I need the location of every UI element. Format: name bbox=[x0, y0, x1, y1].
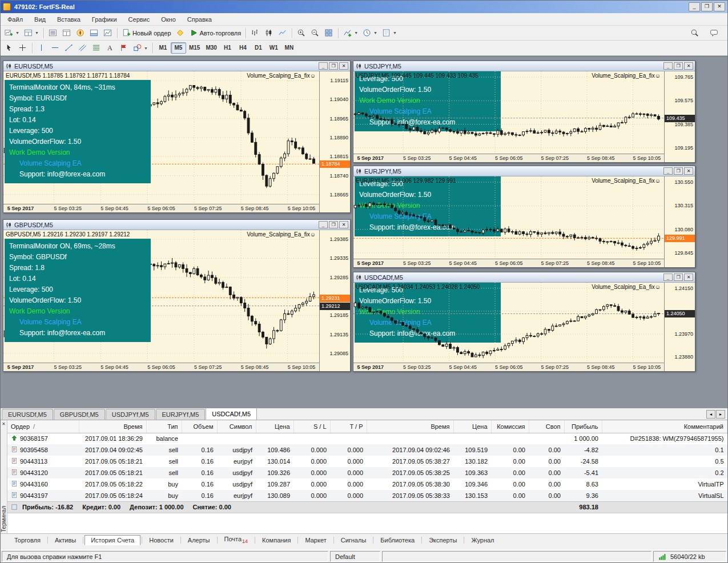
column-header-3[interactable]: Объем bbox=[182, 420, 217, 433]
menu-item-view[interactable]: Вид bbox=[29, 14, 51, 25]
history-row[interactable]: 904431202017.09.05 05:18:21sell0.16usdjp… bbox=[7, 467, 727, 478]
menu-item-window[interactable]: Окно bbox=[155, 14, 182, 25]
new-order-button[interactable]: Новый ордер bbox=[120, 27, 174, 39]
timeframe-h4-button[interactable]: H4 bbox=[235, 42, 251, 54]
maximize-button[interactable]: ❐ bbox=[701, 2, 713, 11]
window-tab-eurusdf-m5[interactable]: EURUSDf,M5 bbox=[2, 409, 53, 420]
search-button[interactable] bbox=[688, 27, 702, 39]
menu-item-service[interactable]: Сервис bbox=[123, 14, 156, 25]
channel-tool-button[interactable] bbox=[76, 42, 90, 54]
chart-close-button[interactable]: ✕ bbox=[684, 62, 693, 70]
terminal-tab-10[interactable]: Эксперты bbox=[423, 535, 462, 545]
chart-title-bar[interactable]: USDJPYf,M5 _ ❐ ✕ bbox=[353, 61, 695, 71]
column-header-13[interactable]: Комментарий bbox=[602, 420, 727, 433]
bar-chart-mode-button[interactable] bbox=[248, 27, 262, 39]
chart-minimize-button[interactable]: _ bbox=[663, 167, 673, 175]
chart-plot-area[interactable]: TerminalMonitor ON, 84ms, ~31msSymbol: E… bbox=[3, 71, 319, 204]
terminal-tab-8[interactable]: Сигналы bbox=[335, 535, 372, 545]
zoom-out-button[interactable] bbox=[308, 27, 322, 39]
history-row[interactable]: 904431602017.09.05 05:18:22buy0.16usdjpy… bbox=[7, 478, 727, 490]
timeframe-d1-button[interactable]: D1 bbox=[251, 42, 266, 54]
zoom-in-button[interactable] bbox=[295, 27, 308, 39]
timeframe-mn-button[interactable]: MN bbox=[281, 42, 297, 54]
chart-title-bar[interactable]: GBPUSDf,M5 _ ❐ ✕ bbox=[3, 220, 350, 230]
history-row[interactable]: 903681572017.09.01 18:36:29balance1 000.… bbox=[7, 433, 727, 444]
strategy-tester-button[interactable] bbox=[101, 27, 115, 39]
vertical-line-tool-button[interactable] bbox=[35, 42, 49, 54]
timeframe-h1-button[interactable]: H1 bbox=[220, 42, 235, 54]
horizontal-line-tool-button[interactable] bbox=[49, 42, 62, 54]
terminal-close-icon[interactable]: ✕ bbox=[2, 421, 6, 427]
candlestick-mode-button[interactable] bbox=[262, 27, 276, 39]
chart-close-button[interactable]: ✕ bbox=[339, 62, 348, 70]
trendline-tool-button[interactable] bbox=[62, 42, 76, 54]
tile-windows-button[interactable] bbox=[322, 27, 336, 39]
metaeditor-button[interactable] bbox=[174, 27, 187, 39]
terminal-tab-6[interactable]: Компания bbox=[256, 535, 296, 545]
timeframe-m5-button[interactable]: M5 bbox=[171, 42, 186, 54]
timeframe-w1-button[interactable]: W1 bbox=[266, 42, 281, 54]
cursor-tool-button[interactable] bbox=[2, 42, 16, 54]
history-row[interactable]: 903954582017.09.04 09:02:45sell0.16usdjp… bbox=[7, 444, 727, 456]
terminal-tab-11[interactable]: Журнал bbox=[465, 535, 500, 545]
column-header-0[interactable]: Ордер/ bbox=[7, 420, 79, 433]
navigator-button[interactable] bbox=[74, 27, 87, 39]
terminal-tab-3[interactable]: Новости bbox=[143, 535, 179, 545]
text-tool-button[interactable]: A bbox=[103, 42, 117, 54]
column-header-8[interactable]: Время bbox=[367, 420, 453, 433]
menu-item-charts[interactable]: Графики bbox=[86, 14, 123, 25]
chart-maximize-button[interactable]: ❐ bbox=[674, 274, 683, 281]
chat-button[interactable] bbox=[707, 27, 721, 39]
chart-maximize-button[interactable]: ❐ bbox=[674, 167, 683, 175]
minimize-button[interactable]: _ bbox=[689, 2, 700, 11]
column-header-4[interactable]: Символ bbox=[217, 420, 256, 433]
chart-plot-area[interactable]: Leverage: 500VolumeOrderFlow: 1.50Work D… bbox=[353, 283, 664, 363]
column-header-5[interactable]: Цена bbox=[256, 420, 293, 433]
column-header-12[interactable]: Прибыль bbox=[564, 420, 602, 433]
chart-minimize-button[interactable]: _ bbox=[319, 62, 328, 70]
chart-close-button[interactable]: ✕ bbox=[684, 167, 693, 175]
tab-scroll-left-icon[interactable]: ◄ bbox=[706, 410, 715, 419]
chart-plot-area[interactable]: Leverage: 500VolumeOrderFlow: 1.50Work D… bbox=[353, 71, 664, 154]
status-profile[interactable]: Default bbox=[330, 551, 380, 562]
column-header-9[interactable]: Цена bbox=[453, 420, 491, 433]
market-watch-button[interactable] bbox=[46, 27, 60, 39]
history-row[interactable]: 904431972017.09.05 05:18:24buy0.16eurjpy… bbox=[7, 490, 727, 501]
terminal-tab-7[interactable]: Маркет bbox=[299, 535, 332, 545]
terminal-tab-5[interactable]: Почта14 bbox=[219, 534, 254, 546]
window-tab-usdjpyf-m5[interactable]: USDJPYf,M5 bbox=[106, 409, 155, 420]
chart-close-button[interactable]: ✕ bbox=[339, 221, 348, 228]
chart-title-bar[interactable]: EURJPYf,M5 _ ❐ ✕ bbox=[353, 166, 695, 176]
window-tab-usdcadf-m5[interactable]: USDCADf,M5 bbox=[206, 408, 257, 420]
chart-maximize-button[interactable]: ❐ bbox=[674, 62, 683, 70]
terminal-tab-1[interactable]: Активы bbox=[49, 535, 82, 545]
periods-button[interactable]: ▼ bbox=[360, 27, 380, 39]
column-header-11[interactable]: Своп bbox=[529, 420, 564, 433]
line-chart-mode-button[interactable] bbox=[276, 27, 289, 39]
templates-button[interactable]: ▼ bbox=[380, 27, 399, 39]
chart-close-button[interactable]: ✕ bbox=[684, 274, 693, 281]
timeframe-m15-button[interactable]: M15 bbox=[186, 42, 203, 54]
autotrade-button[interactable]: Авто-торговля bbox=[187, 27, 244, 39]
chart-maximize-button[interactable]: ❐ bbox=[329, 62, 338, 70]
column-header-1[interactable]: Время bbox=[79, 420, 146, 433]
chart-maximize-button[interactable]: ❐ bbox=[329, 221, 338, 228]
history-row[interactable]: 904431132017.09.05 05:18:21sell0.16eurjp… bbox=[7, 456, 727, 467]
menu-item-insert[interactable]: Вставка bbox=[51, 14, 86, 25]
chart-minimize-button[interactable]: _ bbox=[663, 62, 673, 70]
chart-plot-area[interactable]: Leverage: 500VolumeOrderFlow: 1.50Work D… bbox=[353, 176, 664, 259]
timeframe-m30-button[interactable]: M30 bbox=[203, 42, 219, 54]
window-tab-eurjpyf-m5[interactable]: EURJPYf,M5 bbox=[156, 409, 206, 420]
column-header-2[interactable]: Тип bbox=[146, 420, 182, 433]
label-tool-button[interactable] bbox=[117, 42, 131, 54]
chart-plot-area[interactable]: TerminalMonitor ON, 69ms, ~28msSymbol: G… bbox=[3, 230, 319, 363]
shapes-tool-button[interactable]: ▼ bbox=[131, 42, 150, 54]
profiles-button[interactable]: ▼ bbox=[22, 27, 41, 39]
column-header-6[interactable]: S / L bbox=[293, 420, 330, 433]
menu-item-help[interactable]: Справка bbox=[182, 14, 218, 25]
column-header-7[interactable]: T / P bbox=[330, 420, 367, 433]
column-header-10[interactable]: Комиссия bbox=[491, 420, 529, 433]
terminal-tab-9[interactable]: Библиотека bbox=[375, 535, 420, 545]
terminal-tab-0[interactable]: Торговля bbox=[9, 535, 46, 545]
menu-item-file[interactable]: Файл bbox=[2, 14, 29, 25]
